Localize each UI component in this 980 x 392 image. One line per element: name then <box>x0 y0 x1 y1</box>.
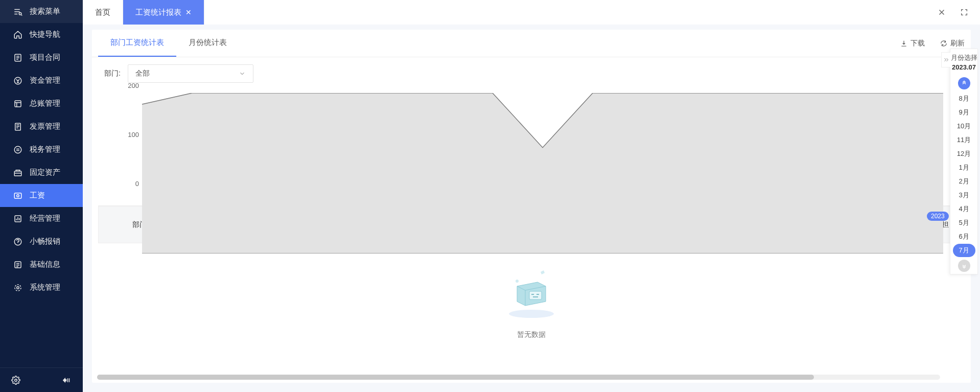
chart-y-tick: 100 <box>124 131 139 139</box>
svg-point-8 <box>17 194 19 197</box>
month-option[interactable]: 7月 <box>953 244 975 257</box>
horizontal-scrollbar-thumb[interactable] <box>97 375 814 380</box>
month-panel-collapse-icon[interactable] <box>941 52 950 67</box>
sub-tab[interactable]: 月份统计表 <box>176 30 239 57</box>
close-icon[interactable]: ✕ <box>185 8 192 16</box>
month-scroll-up-icon[interactable] <box>958 77 970 89</box>
sidebar-item-label: 总账管理 <box>30 99 60 108</box>
month-picker-panel: 2023 月份选择 2023.07 8月9月10月11月12月1月2月3月4月5… <box>950 49 978 274</box>
sidebar-item-salary[interactable]: 工资 <box>0 184 83 207</box>
month-panel-current: 2023.07 <box>952 63 976 75</box>
month-option[interactable]: 6月 <box>953 230 975 243</box>
svg-point-14 <box>15 379 17 381</box>
sidebar-item-label: 固定资产 <box>30 168 60 177</box>
department-filter-label: 部门: <box>104 69 121 78</box>
tab[interactable]: 工资统计报表✕ <box>123 0 204 25</box>
search-menu-icon <box>13 7 22 16</box>
month-option[interactable]: 9月 <box>953 106 975 119</box>
collapse-sidebar-icon[interactable] <box>62 376 72 385</box>
panel: 部门工资统计表月份统计表 下载 刷新 部门: <box>92 30 971 383</box>
empty-text: 暂无数据 <box>517 330 546 339</box>
month-option[interactable]: 2月 <box>953 175 975 188</box>
refresh-action[interactable]: 刷新 <box>940 39 965 48</box>
tab-label: 工资统计报表 <box>135 8 181 17</box>
management-icon <box>13 214 22 223</box>
asset-icon <box>13 168 22 177</box>
empty-state: 暂无数据 <box>98 243 965 370</box>
content: 部门工资统计表月份统计表 下载 刷新 部门: <box>83 25 980 392</box>
download-action[interactable]: 下载 <box>900 39 925 48</box>
sidebar-item-search-menu[interactable]: 搜索菜单 <box>0 0 83 23</box>
sidebar-item-label: 系统管理 <box>30 283 60 292</box>
sidebar-item-label: 搜索菜单 <box>30 7 60 16</box>
sidebar-item-funds[interactable]: 资金管理 <box>0 69 83 92</box>
download-label: 下载 <box>911 39 925 48</box>
sidebar-item-label: 基础信息 <box>30 260 60 269</box>
month-option[interactable]: 3月 <box>953 189 975 202</box>
sidebar-item-label: 快捷导航 <box>30 30 60 39</box>
department-select-value: 全部 <box>135 69 150 78</box>
ledger-icon <box>13 99 22 108</box>
close-all-tabs-icon[interactable] <box>934 5 949 20</box>
month-option[interactable]: 5月 <box>953 216 975 229</box>
month-option[interactable]: 10月 <box>953 120 975 133</box>
settings-icon[interactable] <box>11 376 20 385</box>
sidebar-item-label: 发票管理 <box>30 122 60 131</box>
svg-rect-19 <box>533 296 538 297</box>
svg-point-0 <box>19 12 21 15</box>
svg-rect-3 <box>15 101 21 107</box>
department-select[interactable]: 全部 <box>128 64 253 83</box>
sidebar-item-contract[interactable]: 项目合同 <box>0 46 83 69</box>
fullscreen-icon[interactable] <box>956 5 972 20</box>
sub-tab-label: 部门工资统计表 <box>110 38 164 48</box>
sidebar-item-system[interactable]: 系统管理 <box>0 276 83 299</box>
sidebar-item-label: 小畅报销 <box>30 237 60 246</box>
svg-rect-18 <box>536 294 539 295</box>
funds-icon <box>13 76 22 85</box>
sidebar-item-invoice[interactable]: 发票管理 <box>0 115 83 138</box>
svg-point-15 <box>509 310 554 318</box>
sidebar-item-info[interactable]: 基础信息 <box>0 253 83 276</box>
svg-point-20 <box>516 280 519 283</box>
sidebar-item-home[interactable]: 快捷导航 <box>0 23 83 46</box>
sidebar-item-tax[interactable]: 税务管理 <box>0 138 83 161</box>
sidebar-footer <box>0 367 83 392</box>
empty-illustration-icon <box>501 264 562 320</box>
home-icon <box>13 30 22 39</box>
sidebar-item-reimburse[interactable]: 小畅报销 <box>0 230 83 253</box>
month-scroll-down-icon[interactable] <box>958 260 970 272</box>
sidebar-item-label: 项目合同 <box>30 53 60 62</box>
sidebar-item-management[interactable]: 经营管理 <box>0 207 83 230</box>
svg-rect-17 <box>531 294 534 295</box>
chevron-down-icon <box>239 70 246 77</box>
svg-rect-16 <box>529 291 542 299</box>
reimburse-icon <box>13 237 22 246</box>
topbar: 首页工资统计报表✕ <box>83 0 980 25</box>
refresh-label: 刷新 <box>950 39 965 48</box>
month-option[interactable]: 8月 <box>953 92 975 105</box>
chart: 0100200 <box>98 88 965 195</box>
sidebar-item-label: 税务管理 <box>30 145 60 154</box>
svg-point-12 <box>15 285 21 291</box>
horizontal-scrollbar[interactable] <box>97 375 940 380</box>
sidebar-item-ledger[interactable]: 总账管理 <box>0 92 83 115</box>
refresh-icon <box>940 40 947 47</box>
tab[interactable]: 首页 <box>83 0 123 25</box>
tax-icon <box>13 145 22 154</box>
month-option[interactable]: 4月 <box>953 202 975 216</box>
month-option[interactable]: 12月 <box>953 147 975 160</box>
sub-tab[interactable]: 部门工资统计表 <box>98 30 176 57</box>
sidebar-item-label: 资金管理 <box>30 76 60 85</box>
svg-rect-7 <box>14 193 21 198</box>
contract-icon <box>13 53 22 62</box>
svg-point-5 <box>14 146 21 153</box>
sidebar-item-label: 经营管理 <box>30 214 60 223</box>
year-badge: 2023 <box>927 212 949 221</box>
month-option[interactable]: 11月 <box>953 133 975 147</box>
sidebar-item-asset[interactable]: 固定资产 <box>0 161 83 184</box>
sidebar-item-label: 工资 <box>30 191 45 200</box>
sidebar: 搜索菜单快捷导航项目合同资金管理总账管理发票管理税务管理固定资产工资经营管理小畅… <box>0 0 83 392</box>
chart-area-fill <box>142 93 943 253</box>
month-option[interactable]: 1月 <box>953 161 975 174</box>
download-icon <box>900 40 907 47</box>
